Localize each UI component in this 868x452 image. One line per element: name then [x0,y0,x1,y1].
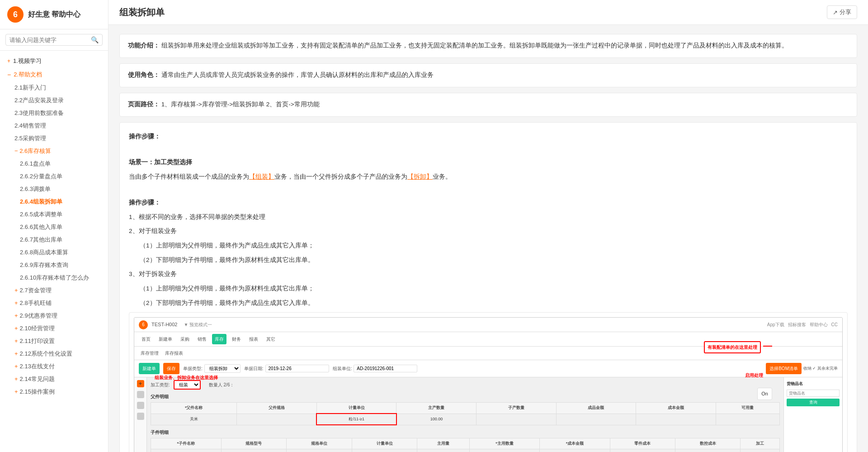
mock-lower-table: *子件名称 规格型号 规格单位 计量单位 主用量 *主用数量 *成本金额 零件成… [151,438,780,452]
search-icon[interactable]: 🔍 [91,36,99,43]
mock-upper-cell-amt2 [636,414,716,425]
sidebar-item-prepare[interactable]: 2.3使用前数据准备 [0,107,108,119]
mock-upper-cell-qty2 [476,414,557,425]
mock-nav-other[interactable]: 其它 [264,334,278,344]
mock-field-id-input[interactable] [354,365,417,372]
sidebar-item-video[interactable]: + 1.视频学习 [0,54,108,68]
sidebar-item-mobile[interactable]: +2.8手机旺铺 [0,297,108,309]
path-text: 1、库存核算->库存管理->组装拆卸单 2、首页->常用功能 [161,101,320,108]
mock-left-icons: + [134,377,147,452]
mock-field-date-input[interactable] [265,365,329,372]
mock-bom-btn[interactable]: 选择BOM清单 [766,363,802,374]
annotation-type: 组装业务、拆卸业务在这里选择 [155,373,218,382]
mock-body: + 加工类型: 组装 拆卸 [134,377,842,452]
sidebar-item-other-out[interactable]: 2.6.7其他出库单 [0,233,108,246]
mock-icon-1[interactable]: + [137,380,144,387]
sidebar-item-payment[interactable]: +2.13在线支付 [0,360,108,373]
mock-icon-2 [137,391,144,398]
mock-toolbar-right: 选择BOM清单 收纳 ✓ 其余未完单 [766,363,838,374]
search-area: 🔍 [0,29,108,51]
mock-icon-4 [137,413,144,420]
mock-lc-4: 40-≥1 [352,449,417,452]
share-icon: ↗ [833,9,838,16]
mock-lc-5 [417,449,469,452]
step3-2: （2）下部明细为子件明细，最终作为产成品生成其它入库单。 [129,297,848,309]
mock-rp-input[interactable] [787,390,840,397]
mock-upper-cell-avail [716,414,779,425]
ops-title: 操作步骤： [129,131,848,143]
sidebar-item-coupon[interactable]: +2.9优惠券管理 [0,309,108,322]
mock-upper-cell-unit[interactable]: 粒/11-≥1 [316,414,396,425]
mock-lth-3: 规格单位 [286,438,352,449]
expand-icon: + [7,58,10,64]
mock-lc-7 [540,449,610,452]
sidebar-item-finance[interactable]: +2.7资金管理 [0,284,108,297]
sidebar-item-purchase[interactable]: 2.5采购管理 [0,132,108,145]
sidebar-item-cases[interactable]: +2.15操作案例 [0,385,108,398]
annotation-enable: 启用处理 [745,371,763,380]
sidebar-item-operations[interactable]: +2.10经营管理 [0,322,108,335]
sidebar-item-cost-adjust[interactable]: 2.6.5成本调整单 [0,208,108,221]
scene1-title: 场景一：加工类型选择 [129,157,848,168]
mock-new-btn[interactable]: 新建单 [139,363,160,374]
search-input[interactable] [9,37,91,43]
main-header: 组装拆卸单 ↗ 分享 [108,0,868,25]
mock-title: TEST-H002 [151,320,177,329]
mock-lc-6 [469,449,540,452]
mock-rp-search-btn[interactable]: 查询 [787,399,840,406]
share-button[interactable]: ↗ 分享 [827,5,857,19]
mock-rp-label: 货物品名 [787,380,840,388]
sidebar-item-install[interactable]: 2.2产品安装及登录 [0,94,108,107]
sidebar-item-assembly[interactable]: 2.6.4组装拆卸单 [0,195,108,208]
mock-nav-home[interactable]: 首页 [139,334,153,344]
step3-1: （1）上部明细为父件明细，最终作为原材料生成其它出库单； [129,283,848,295]
mock-nav-sales[interactable]: 销售 [195,334,209,344]
sidebar-item-sales[interactable]: 2.4销售管理 [0,119,108,132]
assembly-link[interactable]: 【组装】 [249,173,274,180]
disassembly-link[interactable]: 【拆卸】 [407,173,433,180]
mock-toolbar-ops: 收纳 ✓ 其余未完单 [803,365,838,372]
mock-nav-purchase[interactable]: 采购 [178,334,192,344]
step2-2: （2）下部明细为子件明细，最终作为原材料生成其它出库单。 [129,254,848,266]
sidebar-item-cost-recalc[interactable]: 2.6.8商品成本重算 [0,246,108,259]
role-text: 通常由生产人员或库管人员完成拆装业务的操作，库管人员确认原材料的出库和产成品的入… [161,71,434,78]
role-label: 使用角色： [128,71,160,78]
mock-th-2: 父件规格 [237,403,317,414]
sidebar-item-print[interactable]: +2.11打印设置 [0,335,108,347]
sidebar-item-inventory[interactable]: − 2.6库存核算 [0,145,108,157]
sidebar-item-faq[interactable]: +2.14常见问题 [0,373,108,385]
content-area: 功能介绍： 组装拆卸单用来处理企业组装或拆卸等加工业务，支持有固定装配清单的产品… [108,25,868,452]
mock-help: 帮助中心 [810,320,828,329]
mock-field-type-input[interactable]: 组装拆卸 [204,364,241,373]
mock-lower-row-1: 黄豆 1 南北≤+1 40-≥1 40-≥1 0.00 [151,449,780,452]
mock-save-btn[interactable]: 保存 [163,363,179,374]
mock-subnav-item1[interactable]: 库存管理 [139,348,160,358]
mock-nav-inventory[interactable]: 库存 [212,334,226,344]
mock-nav-new[interactable]: 新建单 [156,334,175,344]
sidebar-item-stocktake[interactable]: 2.6.1盘点单 [0,157,108,170]
annotation-bom: 有装配清单的在这里处理 [704,341,761,353]
mock-nav-reports[interactable]: 报表 [246,334,261,344]
sidebar-item-customization[interactable]: +2.12系统个性化设置 [0,347,108,360]
annotation-arrow-bom [763,346,772,347]
nav-tree: + 1.视频学习 − 2.帮助文档 2.1新手入门 2.2产品安装及登录 2.3… [0,51,108,452]
mock-field-date: 单据日期: [244,364,329,373]
mock-preview: ▼ 预览模式一 [184,320,212,329]
sidebar-item-partial-stocktake[interactable]: 2.6.2分量盘点单 [0,170,108,183]
mock-lth-10: 加工 [741,438,780,449]
sidebar-item-ledger-fix[interactable]: 2.6.10库存账本错了怎么办 [0,271,108,284]
mock-upper-row-1: 关米 粒/11-≥1 100.00 [151,414,780,425]
on-badge: On [757,388,772,400]
mock-subnav-item2[interactable]: 库存报表 [163,348,185,358]
mock-field-type: 单据类型: 组装拆卸 [183,364,241,373]
mock-toolbar: 新建单 保存 单据类型: 组装拆卸 单据日期: [134,360,842,377]
step1: 1、根据不同的业务，选择不同单据的类型来处理 [129,211,848,223]
sidebar-item-ledger[interactable]: 2.6.9库存账本查询 [0,259,108,271]
sidebar-item-docs[interactable]: − 2.帮助文档 [0,68,108,81]
sidebar-item-transfer[interactable]: 2.6.3调拨单 [0,183,108,195]
sidebar-item-newbie[interactable]: 2.1新手入门 [0,81,108,94]
search-box[interactable]: 🔍 [5,34,103,46]
mock-nav-finance[interactable]: 财务 [229,334,244,344]
intro-block: 功能介绍： 组装拆卸单用来处理企业组装或拆卸等加工业务，支持有固定装配清单的产品… [119,34,857,58]
sidebar-item-other-in[interactable]: 2.6.6其他入库单 [0,221,108,233]
